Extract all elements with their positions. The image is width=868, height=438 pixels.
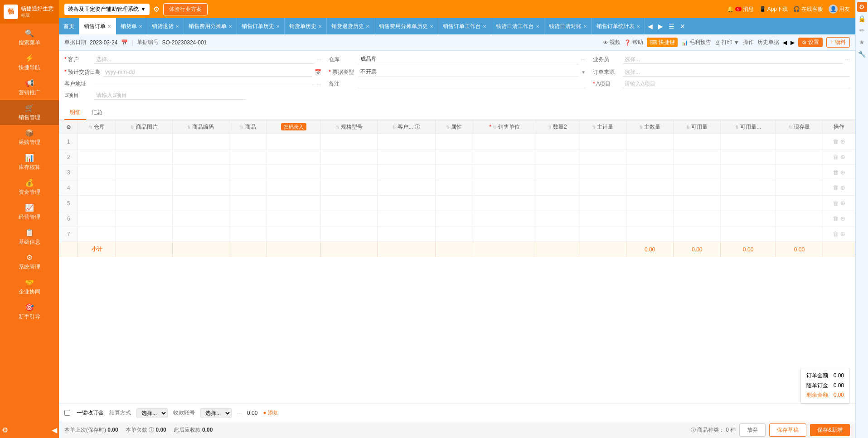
delete-row-icon[interactable]: 🗑	[833, 215, 839, 222]
operation-btn[interactable]: 操作	[743, 39, 754, 46]
tab-close-icon-5[interactable]: ✕	[276, 24, 280, 29]
notes-input[interactable]	[359, 80, 586, 88]
nav-left-icon[interactable]: ◀	[783, 39, 787, 46]
col-stock-header[interactable]: ⇅ 现存量	[776, 120, 823, 134]
copy-row-icon[interactable]: ⊕	[840, 138, 845, 145]
sidebar-item-inventory[interactable]: 📊 库存核算	[0, 150, 59, 175]
bank-dots-icon[interactable]: ···	[237, 410, 242, 416]
col-main-unit-header[interactable]: ⇅ 主计量	[579, 120, 626, 134]
calendar-icon[interactable]: 📅	[121, 39, 128, 46]
col-qty2-header[interactable]: ⇅ 数量2	[536, 120, 579, 134]
delete-row-icon[interactable]: 🗑	[833, 169, 839, 176]
customer-input[interactable]	[94, 55, 314, 64]
tab-sales-order-workbench[interactable]: 销售订单工作台 ✕	[438, 18, 491, 34]
col-settings-header[interactable]: ⚙	[59, 120, 78, 134]
app-download-item[interactable]: 📱 App下载	[759, 5, 788, 13]
settings-float-btn[interactable]: ⚙ 设置	[798, 38, 823, 47]
tab-close-icon-10[interactable]: ✕	[536, 24, 539, 29]
right-edit-icon[interactable]: ✏	[857, 25, 867, 35]
tab-daily-reconcile[interactable]: 钱货日清对账 ✕	[544, 18, 592, 34]
address-dots-icon[interactable]: ···	[317, 81, 321, 87]
sidebar-item-search[interactable]: 🔍 搜索菜单	[0, 25, 59, 50]
tab-summary[interactable]: 汇总	[86, 106, 108, 120]
date-value[interactable]: 2023-03-24	[90, 39, 117, 46]
a-project-input[interactable]	[623, 80, 850, 88]
sidebar-item-navigation[interactable]: ⚡ 快捷导航	[0, 50, 59, 75]
tab-sales-stats[interactable]: 销售订单统计表 ✕	[592, 18, 645, 34]
tab-sales-order[interactable]: 销售订单 ✕	[79, 18, 116, 34]
right-star-icon[interactable]: ★	[857, 37, 867, 47]
tab-prev-btn[interactable]: ◀	[645, 23, 655, 30]
sidebar-item-finance[interactable]: 💰 资金管理	[0, 175, 59, 200]
right-tool-icon[interactable]: 🔧	[857, 49, 867, 59]
bank-select[interactable]: 选择...	[200, 408, 232, 418]
tab-close-icon-12[interactable]: ✕	[636, 24, 640, 29]
delivery-date-input[interactable]	[103, 68, 312, 77]
help-btn[interactable]: ❓ 帮助	[624, 39, 643, 46]
tab-sales-bill[interactable]: 销货单 ✕	[116, 18, 147, 34]
col-available-header[interactable]: ⇅ 可用量	[674, 120, 721, 134]
tab-sales-expense-hist[interactable]: 销售费用分摊单历史 ✕	[374, 18, 438, 34]
sidebar-item-sales[interactable]: 🛒 销售管理	[0, 100, 59, 125]
tab-next-btn[interactable]: ▶	[655, 23, 666, 30]
customer-dots-icon[interactable]: ···	[317, 56, 321, 63]
right-settings-icon[interactable]: ⚙	[857, 2, 867, 12]
header-settings-icon[interactable]: ⚙	[153, 5, 160, 14]
delete-row-icon[interactable]: 🗑	[833, 138, 839, 145]
view-btn[interactable]: 👁 视频	[603, 39, 621, 46]
profit-btn[interactable]: 📊 毛利预告	[681, 39, 711, 46]
copy-row-icon[interactable]: ⊕	[840, 169, 845, 176]
sidebar-item-management[interactable]: 📈 经营管理	[0, 200, 59, 225]
col-product-header[interactable]: ⇅ 商品	[229, 120, 267, 134]
col-image-header[interactable]: ⇅ 商品图片	[116, 120, 172, 134]
tab-sales-order-hist[interactable]: 销售订单历史 ✕	[237, 18, 285, 34]
sidebar-item-marketing[interactable]: 📢 营销推广	[0, 75, 59, 100]
col-spec-header[interactable]: ⇅ 规格型号	[321, 120, 378, 134]
save-draft-btn[interactable]: 保存草稿	[769, 424, 806, 437]
sidebar-collapse-icon[interactable]: ◀	[52, 426, 57, 434]
col-warehouse-header[interactable]: ⇅ 仓库	[78, 120, 116, 134]
tab-sales-expense[interactable]: 销售费用分摊单 ✕	[184, 18, 237, 34]
user-item[interactable]: 👤 用友	[829, 5, 850, 14]
staff-dots-icon[interactable]: ···	[845, 56, 850, 63]
sidebar-item-collaboration[interactable]: 🤝 企业协同	[0, 274, 59, 299]
history-btn[interactable]: 历史单据	[757, 39, 779, 46]
tab-detail[interactable]: 明细	[64, 106, 86, 120]
staff-input[interactable]	[623, 55, 843, 64]
copy-row-icon[interactable]: ⊕	[840, 231, 845, 237]
nav-right-icon[interactable]: ▶	[790, 39, 795, 46]
tab-close-icon-4[interactable]: ✕	[228, 24, 232, 29]
sidebar-settings-icon[interactable]: ⚙	[2, 426, 8, 434]
sidebar-item-guide[interactable]: 🎯 新手引导	[0, 299, 59, 324]
one-click-checkbox[interactable]	[64, 410, 70, 416]
shortcut-btn[interactable]: ⌨ 快捷键	[647, 38, 678, 47]
tab-daily-workbench[interactable]: 钱货日清工作台 ✕	[491, 18, 544, 34]
add-payment-btn[interactable]: ● 添加	[263, 409, 279, 417]
save-new-btn[interactable]: 保存&新增	[810, 424, 850, 436]
tab-menu-btn[interactable]: ☰	[666, 23, 677, 30]
add-material-btn[interactable]: + 物料	[826, 37, 850, 48]
discard-btn[interactable]: 放弃	[739, 424, 766, 437]
tab-sales-bill-hist[interactable]: 销货单历史 ✕	[285, 18, 327, 34]
sidebar-item-purchase[interactable]: 📦 采购管理	[0, 125, 59, 150]
tab-close-all-btn[interactable]: ✕	[677, 23, 688, 30]
tab-home[interactable]: 首页	[59, 18, 79, 34]
copy-row-icon[interactable]: ⊕	[840, 215, 845, 222]
payment-select[interactable]: 选择...	[136, 408, 168, 418]
delete-row-icon[interactable]: 🗑	[833, 231, 839, 237]
col-main-qty-header[interactable]: ⇅ 主数量	[626, 120, 674, 134]
tab-sales-return[interactable]: 销货退货 ✕	[147, 18, 184, 34]
delete-row-icon[interactable]: 🗑	[833, 154, 839, 160]
warehouse-dots-icon[interactable]: ···	[581, 56, 586, 63]
tab-close-icon-7[interactable]: ✕	[366, 24, 369, 29]
right-lock-icon[interactable]: 🔒	[857, 14, 867, 24]
col-available2-header[interactable]: ⇅ 可用量...	[721, 120, 776, 134]
tab-sales-return-hist[interactable]: 销货退货历史 ✕	[327, 18, 374, 34]
copy-row-icon[interactable]: ⊕	[840, 200, 845, 207]
tab-close-icon-9[interactable]: ✕	[483, 24, 486, 29]
order-source-input[interactable]	[623, 68, 850, 77]
print-btn[interactable]: 🖨 打印 ▼	[715, 39, 739, 46]
copy-row-icon[interactable]: ⊕	[840, 154, 845, 160]
table-container[interactable]: ⚙ ⇅ 仓库 ⇅ 商品图片 ⇅ 商品编码 ⇅ 商品 扫码录入 ⇅ 规格型号 ⇅ …	[59, 120, 855, 404]
col-sku-header[interactable]: ⇅ 商品编码	[172, 120, 229, 134]
